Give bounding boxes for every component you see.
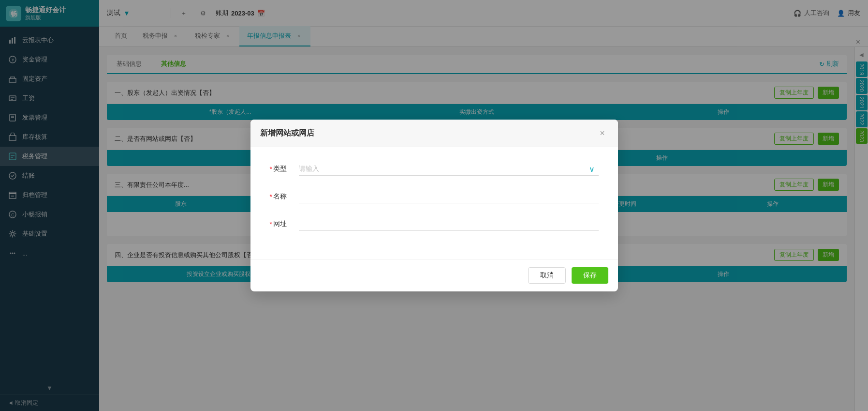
form-label-url: *网址 [270, 220, 299, 228]
save-btn[interactable]: 保存 [572, 267, 608, 284]
required-star-url: * [270, 220, 272, 228]
dialog-title: 新增网站或网店 [260, 128, 314, 138]
form-label-type: *类型 [270, 165, 299, 173]
dialog-overlay: 新增网站或网店 × *类型 ∨ *名称 [0, 0, 868, 411]
required-star-name: * [270, 193, 272, 200]
required-star-type: * [270, 165, 272, 173]
form-item-name: *名称 [270, 189, 599, 203]
type-input[interactable] [299, 162, 599, 176]
form-item-url: *网址 [270, 217, 599, 231]
form-control-wrap-name [299, 189, 599, 203]
dialog-body: *类型 ∨ *名称 *网址 [250, 147, 618, 259]
form-label-name: *名称 [270, 192, 299, 201]
form-item-type: *类型 ∨ [270, 162, 599, 176]
dialog-footer: 取消 保存 [250, 259, 618, 291]
cancel-btn[interactable]: 取消 [528, 267, 566, 284]
type-dropdown-icon[interactable]: ∨ [589, 164, 595, 173]
form-control-wrap-type: ∨ [299, 162, 599, 176]
dialog-close-btn[interactable]: × [597, 127, 608, 139]
dialog-header: 新增网站或网店 × [250, 120, 618, 147]
name-input[interactable] [299, 189, 599, 203]
add-website-dialog: 新增网站或网店 × *类型 ∨ *名称 [250, 120, 618, 291]
url-input[interactable] [299, 217, 599, 231]
form-control-wrap-url [299, 217, 599, 231]
